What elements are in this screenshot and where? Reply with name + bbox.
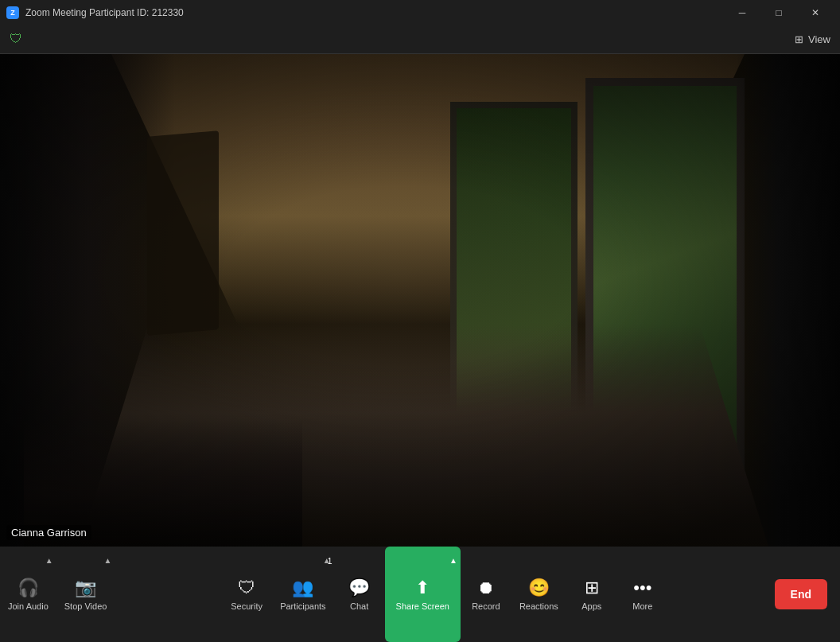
vignette: [0, 54, 840, 547]
title-bar: Z Zoom Meeting Participant ID: 212330 ─ …: [0, 0, 840, 25]
video-area: Cianna Garrison: [0, 54, 840, 547]
meeting-bar: 🛡 ⊞ View: [0, 25, 840, 54]
record-button[interactable]: ⏺ Record: [461, 547, 511, 642]
window-title: Zoom Meeting Participant ID: 212330: [25, 7, 184, 18]
minimize-button[interactable]: ─: [724, 0, 760, 25]
apps-icon: ⊞: [585, 578, 599, 598]
participants-arrow[interactable]: ▲: [323, 556, 331, 565]
view-label: View: [808, 33, 830, 45]
window-controls[interactable]: ─ □ ✕: [724, 0, 834, 25]
share-screen-label: Share Screen: [396, 601, 449, 611]
stop-video-button[interactable]: 📷 ▲ Stop Video: [56, 547, 115, 642]
audio-arrow[interactable]: ▲: [45, 556, 53, 565]
maximize-button[interactable]: □: [760, 0, 797, 25]
chat-icon: 💬: [348, 578, 370, 598]
reactions-button[interactable]: 😊 Reactions: [511, 547, 566, 642]
security-badge: 🛡: [10, 32, 25, 48]
view-icon: ⊞: [795, 33, 803, 45]
title-bar-left: Z Zoom Meeting Participant ID: 212330: [6, 6, 184, 19]
more-icon: •••: [633, 578, 651, 598]
apps-button[interactable]: ⊞ Apps: [566, 547, 617, 642]
participants-icon: 👥: [292, 578, 313, 598]
toolbar-right: End: [775, 579, 840, 609]
security-label: Security: [231, 601, 262, 611]
view-button[interactable]: ⊞ View: [795, 33, 830, 45]
security-button[interactable]: 🛡 Security: [221, 547, 272, 642]
participants-label: Participants: [280, 601, 325, 611]
reactions-label: Reactions: [519, 601, 558, 611]
chat-button[interactable]: 💬 Chat: [334, 547, 385, 642]
record-label: Record: [472, 601, 500, 611]
more-button[interactable]: ••• More: [617, 547, 668, 642]
close-button[interactable]: ✕: [797, 0, 834, 25]
shield-icon: 🛡: [10, 32, 25, 48]
video-icon: 📷: [75, 578, 96, 598]
graffiti-dark: [147, 130, 219, 336]
chat-label: Chat: [350, 601, 368, 611]
share-screen-icon: ⬆: [415, 578, 430, 598]
toolbar-center: 🛡 Security 👥 1 ▲ Participants 💬 Chat ⬆ ▲…: [115, 547, 774, 642]
zoom-logo: Z: [6, 6, 19, 19]
video-arrow[interactable]: ▲: [103, 556, 111, 565]
stop-video-label: Stop Video: [64, 601, 107, 611]
share-arrow[interactable]: ▲: [449, 556, 457, 565]
end-button[interactable]: End: [775, 579, 827, 609]
toolbar-left: 🎧 ▲ Join Audio 📷 ▲ Stop Video: [0, 547, 115, 642]
apps-label: Apps: [581, 601, 601, 611]
security-icon: 🛡: [238, 578, 255, 598]
audio-icon: 🎧: [18, 578, 39, 598]
toolbar: 🎧 ▲ Join Audio 📷 ▲ Stop Video 🛡 Security…: [0, 547, 840, 642]
video-scene: [0, 54, 840, 547]
record-icon: ⏺: [477, 578, 495, 598]
join-audio-label: Join Audio: [8, 601, 49, 611]
participant-name-label: Cianna Garrison: [6, 525, 91, 540]
share-screen-button[interactable]: ⬆ ▲ Share Screen: [385, 547, 461, 642]
join-audio-button[interactable]: 🎧 ▲ Join Audio: [0, 547, 56, 642]
more-label: More: [632, 601, 652, 611]
reactions-icon: 😊: [528, 578, 550, 598]
participants-button[interactable]: 👥 1 ▲ Participants: [272, 547, 333, 642]
